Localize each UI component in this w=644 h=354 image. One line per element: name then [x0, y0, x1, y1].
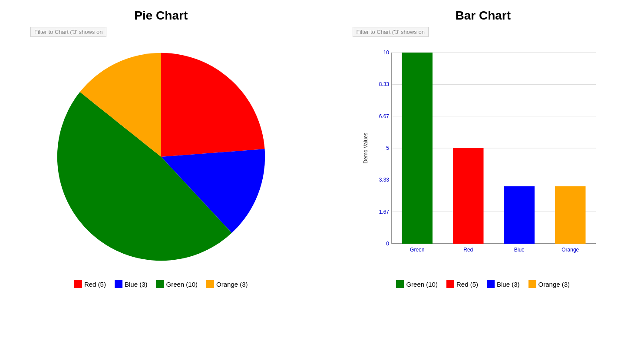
svg-text:6.67: 6.67 — [379, 113, 390, 119]
legend-label: Red (5) — [84, 281, 106, 288]
svg-text:10: 10 — [383, 50, 390, 56]
legend-swatch — [74, 280, 82, 288]
bar-blue[interactable] — [504, 186, 535, 244]
legend-swatch — [156, 280, 164, 288]
bar-legend-item: Blue (3) — [487, 280, 520, 288]
pie-legend: Red (5)Blue (3)Green (10)Orange (3) — [74, 280, 248, 288]
svg-text:5: 5 — [386, 145, 390, 151]
pie-chart-title: Pie Chart — [134, 9, 188, 23]
legend-label: Red (5) — [456, 281, 478, 288]
pie-legend-item: Blue (3) — [115, 280, 148, 288]
svg-text:Red: Red — [463, 247, 473, 253]
bar-legend-item: Red (5) — [446, 280, 478, 288]
bar-orange[interactable] — [555, 186, 586, 244]
bar-filter-label[interactable]: Filter to Chart ('3' shows on — [353, 27, 429, 37]
legend-swatch — [206, 280, 214, 288]
svg-text:Green: Green — [410, 247, 424, 253]
bar-chart-title: Bar Chart — [455, 9, 511, 23]
legend-label: Orange (3) — [538, 281, 570, 288]
legend-swatch — [446, 280, 454, 288]
pie-legend-item: Orange (3) — [206, 280, 248, 288]
legend-label: Blue (3) — [125, 281, 148, 288]
pie-chart-svg — [48, 44, 274, 270]
pie-filter-label[interactable]: Filter to Chart ('3' shows on — [30, 27, 106, 37]
svg-text:Orange: Orange — [561, 247, 579, 253]
svg-text:1.67: 1.67 — [379, 209, 390, 215]
bar-legend-item: Orange (3) — [528, 280, 570, 288]
legend-label: Blue (3) — [497, 281, 520, 288]
legend-swatch — [528, 280, 536, 288]
legend-swatch — [396, 280, 404, 288]
svg-text:8.33: 8.33 — [379, 81, 390, 87]
bar-legend: Green (10)Red (5)Blue (3)Orange (3) — [396, 280, 570, 288]
bar-red[interactable] — [453, 148, 484, 244]
legend-label: Green (10) — [406, 281, 438, 288]
pie-legend-item: Green (10) — [156, 280, 198, 288]
legend-label: Orange (3) — [216, 281, 248, 288]
svg-text:0: 0 — [386, 241, 390, 247]
pie-chart-container — [48, 44, 274, 270]
svg-text:Blue: Blue — [514, 247, 525, 253]
legend-swatch — [115, 280, 122, 288]
pie-legend-item: Red (5) — [74, 280, 106, 288]
bar-green[interactable] — [402, 53, 433, 244]
bar-chart-panel: Bar Chart Filter to Chart ('3' shows on … — [322, 0, 644, 354]
pie-slice-red[interactable] — [161, 53, 265, 157]
bar-legend-item: Green (10) — [396, 280, 438, 288]
legend-label: Green (10) — [166, 281, 198, 288]
bar-chart-area: 01.673.3356.678.3310Demo ValuesGreenRedB… — [361, 44, 604, 270]
pie-chart-panel: Pie Chart Filter to Chart ('3' shows on … — [0, 0, 322, 354]
legend-swatch — [487, 280, 495, 288]
svg-text:3.33: 3.33 — [379, 177, 390, 183]
svg-text:Demo Values: Demo Values — [363, 132, 369, 163]
bar-chart-svg: 01.673.3356.678.3310Demo ValuesGreenRedB… — [361, 44, 604, 270]
